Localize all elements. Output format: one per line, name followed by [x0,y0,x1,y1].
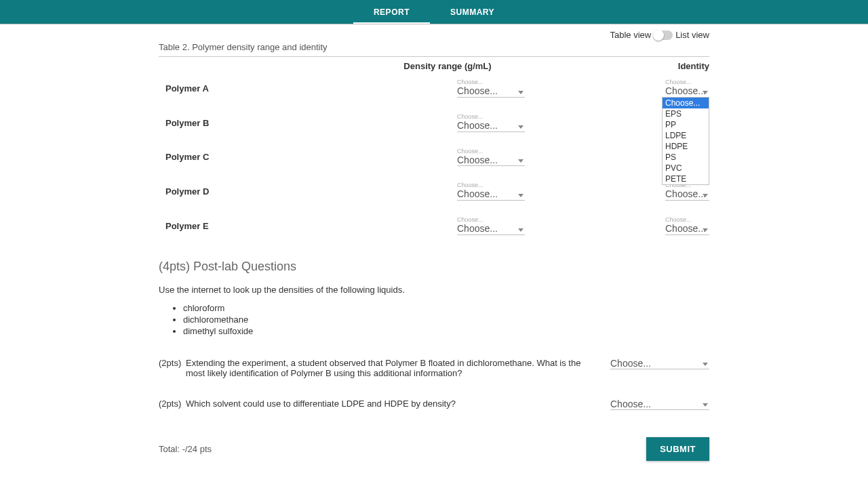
tab-report[interactable]: REPORT [353,0,430,24]
identity-select-e[interactable]: Choose... Choose... [665,217,709,235]
dropdown-item[interactable]: PETE [663,174,709,184]
chevron-down-icon [518,159,524,163]
list-item: dichloromethane [183,314,709,326]
question-pts: (2pts) [159,358,186,368]
identity-dropdown: Choose... EPS PP LDPE HDPE PS PVC PETE [662,97,709,185]
chevron-down-icon [518,91,524,94]
question-select-1[interactable]: Choose... [610,358,709,370]
density-select-a[interactable]: Choose... Choose... [457,79,525,98]
chevron-down-icon [703,403,708,407]
col-density: Density range (g/mL) [321,61,655,71]
question-pts: (2pts) [159,399,186,409]
question-text: Extending the experiment, a student obse… [186,358,608,378]
row-label-d: Polymer D [159,186,321,197]
dropdown-item[interactable]: PVC [663,163,709,174]
dropdown-item[interactable]: LDPE [663,130,709,141]
row-label-e: Polymer E [159,221,321,231]
row-label-a: Polymer A [159,83,321,94]
tab-summary[interactable]: SUMMARY [430,0,515,24]
chevron-down-icon [518,194,524,197]
table-header: Density range (g/mL) Identity [159,57,709,71]
density-select-e[interactable]: Choose... Choose... [457,217,525,235]
view-toggle-switch[interactable] [654,30,673,40]
question-text: Which solvent could use to differentiate… [186,399,608,409]
dropdown-item[interactable]: HDPE [663,141,709,152]
list-item: dimethyl sulfoxide [183,326,709,338]
density-select-d[interactable]: Choose... Choose... [457,182,525,201]
density-select-c[interactable]: Choose... Choose... [457,148,525,167]
view-toggle-left-label: Table view [610,30,651,40]
table-row: Polymer E Choose... Choose... Choose... … [159,209,709,243]
footer: Total: -/24 pts SUBMIT [159,410,709,461]
chevron-down-icon [703,91,708,94]
top-navbar: REPORT SUMMARY [0,0,868,24]
submit-button[interactable]: SUBMIT [646,437,709,461]
liquids-list: chloroform dichloromethane dimethyl sulf… [159,303,709,338]
dropdown-item[interactable]: PP [663,119,709,130]
table-row: Polymer B Choose... Choose... [159,106,709,140]
chevron-down-icon [703,228,708,232]
density-select-b[interactable]: Choose... Choose... [457,114,525,132]
top-tabs: REPORT SUMMARY [353,0,515,24]
table-row: Polymer D Choose... Choose... Choose... … [159,174,709,209]
chevron-down-icon [518,228,524,232]
total-points: Total: -/24 pts [159,444,212,454]
identity-select-a[interactable]: Choose... Choose... Choose... EPS PP LDP… [665,79,709,98]
view-toggle: Table view List view [610,30,709,40]
chevron-down-icon [703,194,708,197]
row-label-c: Polymer C [159,152,321,162]
table-row: Polymer C Choose... Choose... [159,140,709,175]
col-identity: Identity [655,61,709,71]
list-item: chloroform [183,303,709,314]
dropdown-item[interactable]: EPS [663,108,709,119]
question-row: (2pts) Extending the experiment, a stude… [159,338,709,378]
question-row: (2pts) Which solvent could use to differ… [159,378,709,411]
chevron-down-icon [703,363,708,366]
postlab-intro: Use the internet to look up the densitie… [159,285,709,303]
chevron-down-icon [518,125,524,129]
table-row: Polymer A Choose... Choose... Choose... … [159,71,709,106]
row-label-b: Polymer B [159,118,321,128]
dropdown-item[interactable]: PS [663,152,709,163]
postlab-heading: (4pts) Post-lab Questions [159,243,709,285]
identity-select-d[interactable]: Choose... Choose... [665,182,709,201]
view-toggle-right-label: List view [675,30,709,40]
dropdown-item[interactable]: Choose... [663,98,709,108]
question-select-2[interactable]: Choose... [610,399,709,411]
